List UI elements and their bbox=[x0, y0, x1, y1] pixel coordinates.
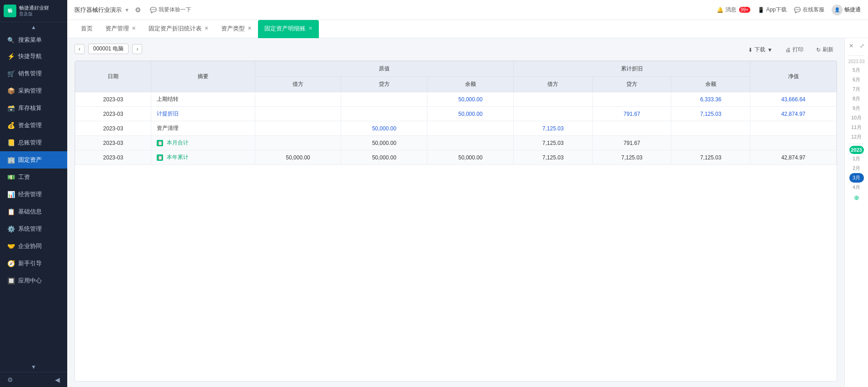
cooperation-icon: 🤝 bbox=[7, 243, 15, 250]
collapse-sidebar-btn[interactable]: ◀ bbox=[55, 376, 60, 383]
asset-prev-btn[interactable]: ‹ bbox=[74, 44, 84, 54]
col-dep-debit-header: 借方 bbox=[514, 77, 593, 92]
sidebar-header: 畅 畅捷通好业财 普及版 bbox=[0, 0, 67, 22]
rs-month-6[interactable]: 6月 bbox=[845, 75, 868, 84]
quick-nav-icon: ⚡ bbox=[7, 53, 15, 60]
operations-icon: 📊 bbox=[7, 191, 15, 198]
settings-footer-btn[interactable]: ⚙ bbox=[7, 376, 13, 383]
tab-close-asset-type[interactable]: ✕ bbox=[248, 25, 252, 31]
table-cell bbox=[427, 136, 514, 150]
rs-current-period: 2023 1月 2月 3月 4月 bbox=[845, 146, 868, 192]
topbar-right: 🔔 消息 99+ 📱 App下载 💬 在线客服 👤 畅捷通 bbox=[717, 5, 861, 15]
rs-year-label-prev: 2023.03 bbox=[845, 58, 868, 65]
sidebar-item-basic-info[interactable]: 📋 基础信息 bbox=[0, 203, 67, 220]
message-btn[interactable]: 🔔 消息 99+ bbox=[717, 6, 750, 14]
sidebar-item-quick-nav[interactable]: ⚡ 快捷导航 bbox=[0, 48, 67, 65]
app-download-btn[interactable]: 📱 App下载 bbox=[758, 6, 787, 14]
refresh-btn[interactable]: ↻ 刷新 bbox=[813, 45, 837, 55]
capital-icon: 💰 bbox=[7, 122, 15, 129]
tab-close-asset-detail[interactable]: ✕ bbox=[308, 25, 312, 31]
rs-month-11[interactable]: 11月 bbox=[845, 123, 868, 132]
rs-month-2[interactable]: 2月 bbox=[845, 164, 868, 173]
user-profile[interactable]: 👤 畅捷通 bbox=[832, 5, 861, 15]
sidebar-item-capital[interactable]: 💰 资金管理 bbox=[0, 117, 67, 134]
sidebar-scroll-up[interactable]: ▲ bbox=[0, 22, 67, 32]
col-date-header: 日期 bbox=[75, 61, 151, 92]
topbar-settings-icon[interactable]: ⚙ bbox=[135, 6, 141, 14]
asset-next-btn[interactable]: › bbox=[132, 44, 142, 54]
company-selector[interactable]: 医疗器械行业演示 ▼ bbox=[74, 6, 129, 14]
table-cell: 7,125.03 bbox=[592, 150, 671, 165]
sidebar-item-operations[interactable]: 📊 经营管理 bbox=[0, 186, 67, 203]
table-cell bbox=[592, 92, 671, 107]
tab-asset-detail[interactable]: 固定资产明细账 ✕ bbox=[258, 20, 319, 38]
rs-close-btn[interactable]: ✕ bbox=[847, 42, 855, 50]
rs-month-5[interactable]: 5月 bbox=[845, 65, 868, 75]
rs-divider-mid bbox=[848, 144, 865, 144]
sidebar-item-purchase[interactable]: 📦 采购管理 bbox=[0, 82, 67, 99]
table-cell bbox=[427, 121, 514, 136]
asset-code-display: 000001 电脑 bbox=[88, 44, 129, 54]
customer-service-btn[interactable]: 💬 在线客服 bbox=[794, 6, 824, 14]
toolbar-right: ⬇ 下载 ▼ 🖨 打印 ↻ 刷新 bbox=[744, 45, 837, 55]
rs-month-1[interactable]: 1月 bbox=[845, 154, 868, 164]
rs-month-8[interactable]: 8月 bbox=[845, 94, 868, 104]
tab-close-depreciation-stat[interactable]: ✕ bbox=[204, 25, 208, 31]
rs-month-3[interactable]: 3月 bbox=[849, 173, 864, 183]
tab-home[interactable]: 首页 bbox=[74, 20, 99, 38]
rs-month-12[interactable]: 12月 bbox=[845, 132, 868, 142]
sidebar-scroll-down[interactable]: ▼ bbox=[0, 362, 67, 372]
col-accum-dep-header: 累计折旧 bbox=[514, 61, 750, 77]
col-dep-balance-header: 余额 bbox=[671, 77, 750, 92]
table-row-date: 2023-03 bbox=[75, 92, 151, 107]
table-row-date: 2023-03 bbox=[75, 107, 151, 121]
main-content: 医疗器械行业演示 ▼ ⚙ 💬 我要体验一下 🔔 消息 99+ 📱 App下载 💬… bbox=[67, 0, 868, 387]
rs-month-4[interactable]: 4月 bbox=[845, 183, 868, 192]
content-area: ‹ 000001 电脑 › ⬇ 下载 ▼ 🖨 打印 ↻ bbox=[67, 38, 868, 387]
tab-asset-type[interactable]: 资产类型 ✕ bbox=[215, 20, 258, 38]
sidebar-item-system[interactable]: ⚙️ 系统管理 bbox=[0, 220, 67, 238]
search-icon: 🔍 bbox=[7, 37, 15, 44]
download-btn[interactable]: ⬇ 下载 ▼ bbox=[744, 45, 776, 55]
table-cell: 50,000.00 bbox=[427, 150, 514, 165]
download-icon: ⬇ bbox=[748, 47, 753, 53]
message-badge: 99+ bbox=[739, 7, 750, 13]
table-cell bbox=[255, 107, 341, 121]
sidebar-item-inventory[interactable]: 🗃️ 库存核算 bbox=[0, 99, 67, 117]
sidebar-item-guide[interactable]: 🧭 新手引导 bbox=[0, 255, 67, 272]
sidebar-item-salary[interactable]: 💵 工资 bbox=[0, 169, 67, 186]
tab-depreciation-stat[interactable]: 固定资产折旧统计表 ✕ bbox=[142, 20, 215, 38]
sidebar-search[interactable]: 🔍 搜索菜单 bbox=[0, 32, 67, 48]
print-btn[interactable]: 🖨 打印 bbox=[782, 45, 807, 55]
rs-expand-btn[interactable]: ⤢ bbox=[858, 42, 866, 50]
rs-month-7[interactable]: 7月 bbox=[845, 84, 868, 94]
salary-icon: 💵 bbox=[7, 174, 15, 181]
col-original-value-header: 原值 bbox=[255, 61, 513, 77]
rs-month-9[interactable]: 9月 bbox=[845, 104, 868, 113]
system-icon: ⚙️ bbox=[7, 225, 15, 233]
table-cell bbox=[671, 121, 750, 136]
table-row-summary: 📋 本年累计 bbox=[151, 150, 255, 165]
sidebar-item-sales[interactable]: 🛒 销售管理 bbox=[0, 65, 67, 82]
sales-icon: 🛒 bbox=[7, 70, 15, 77]
sidebar-item-fixed-assets[interactable]: 🏢 固定资产 bbox=[0, 151, 67, 169]
download-icon: 📱 bbox=[758, 7, 764, 13]
sidebar-item-app-center[interactable]: 🔲 应用中心 bbox=[0, 272, 67, 289]
sidebar-item-ledger[interactable]: 📒 总账管理 bbox=[0, 134, 67, 151]
experience-btn[interactable]: 💬 我要体验一下 bbox=[150, 6, 191, 14]
rs-year-2023[interactable]: 2023 bbox=[849, 146, 864, 154]
table-cell bbox=[671, 136, 750, 150]
tab-asset-mgmt[interactable]: 资产管理 ✕ bbox=[99, 20, 142, 38]
logo-icon: 畅 bbox=[4, 5, 16, 17]
table-cell: 50,000.00 bbox=[341, 150, 427, 165]
company-name: 医疗器械行业演示 bbox=[74, 6, 122, 14]
rs-month-10[interactable]: 10月 bbox=[845, 113, 868, 123]
table-row-date: 2023-03 bbox=[75, 150, 151, 165]
data-table-wrap: 日期 摘要 原值 累计折旧 净值 借方 贷方 余额 借方 贷方 余额 bbox=[74, 60, 837, 382]
app-center-icon: 🔲 bbox=[7, 277, 15, 284]
tab-close-asset-mgmt[interactable]: ✕ bbox=[132, 25, 136, 31]
rs-scroll-down-icon[interactable]: ⊕ bbox=[854, 194, 859, 201]
sidebar-item-cooperation[interactable]: 🤝 企业协同 bbox=[0, 238, 67, 255]
asset-navigation: ‹ 000001 电脑 › bbox=[74, 44, 142, 54]
print-icon: 🖨 bbox=[785, 47, 791, 53]
